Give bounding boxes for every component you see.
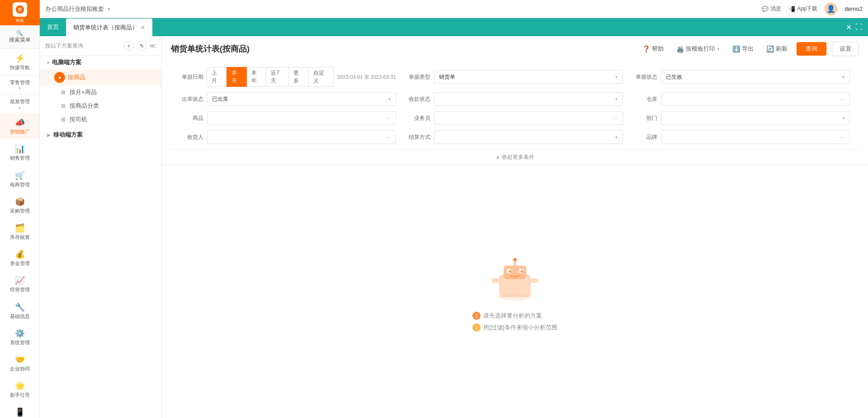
filter-doc-status: 单据状态 已生效 ▾ [634, 70, 850, 84]
message-btn[interactable]: 💬 消息 [762, 5, 781, 13]
doc-status-control[interactable]: 已生效 ▾ [661, 70, 850, 84]
warehouse-control[interactable]: ··· [661, 92, 850, 106]
payment-status-control[interactable]: ▾ [434, 92, 623, 106]
sidebar-search-item[interactable]: 🔍 搜索菜单 [0, 25, 39, 49]
filter-warehouse: 仓库 ··· [634, 92, 850, 106]
user-avatar[interactable]: 👤 [825, 3, 837, 15]
fullscreen-icon[interactable]: ⛶ [855, 23, 863, 32]
app-download-btn[interactable]: 📲 App下载 [788, 5, 817, 13]
date-tab-more[interactable]: 更多 [288, 67, 309, 87]
help-btn[interactable]: ❓ 帮助 [639, 43, 667, 55]
help-label: 帮助 [652, 45, 664, 53]
brand-control[interactable]: ··· [661, 130, 850, 144]
tree-item-by-month-product[interactable]: ⊞ 按月+商品 [40, 86, 161, 99]
sidebar-marketing[interactable]: 📣 营销推广 [0, 113, 39, 139]
date-tab-this-month[interactable]: 本月 [226, 67, 247, 87]
department-control[interactable]: ▾ [661, 111, 850, 125]
salesperson-dots[interactable]: ··· [613, 114, 618, 122]
finance-icon: 💰 [15, 249, 25, 259]
sidebar: 标版 🔍 搜索菜单 ⚡ 快捷导航 零售管理 ▾ 批发管理 ▴ 📣 营销推广 📊 … [0, 0, 40, 418]
topbar-left: 办公用品行业模拟账套 ▾ [45, 5, 110, 13]
tab-report[interactable]: 销货单统计表（按商品） ✕ [66, 19, 152, 37]
sidebar-inventory[interactable]: 🗂️ 库存核算 [0, 218, 39, 245]
export-btn[interactable]: ⬇️ 导出 [729, 43, 757, 55]
message-icon: 💬 [762, 6, 769, 12]
system-label: 系统管理 [10, 340, 30, 346]
settlement-control[interactable]: ▾ [434, 130, 623, 144]
tab-home[interactable]: 首页 [40, 18, 66, 36]
query-btn[interactable]: 查询 [797, 42, 826, 56]
receiver-dots[interactable]: ··· [386, 133, 391, 141]
collapse-panel-btn[interactable]: ≪ [149, 42, 156, 49]
quick-nav-label: 快捷导航 [10, 65, 30, 71]
add-scheme-btn[interactable]: + [124, 41, 134, 51]
brand-dots[interactable]: ··· [840, 133, 845, 141]
sidebar-sales[interactable]: 📊 销售管理 [0, 139, 39, 166]
edit-scheme-btn[interactable]: ✎ [137, 41, 146, 51]
tip-num-1: 1 [472, 312, 481, 320]
product-control[interactable]: ··· [207, 111, 396, 125]
tree-item-by-product-label: 按商品 [68, 73, 85, 81]
settings-btn[interactable]: 设置 [832, 42, 859, 56]
tip-text-1: 请先选择要分析的方案 [483, 312, 542, 320]
date-tabs: 上月 本月 本年 近7天 更多 自定义 2023-03-01 至 2023-03… [207, 67, 396, 87]
message-label: 消息 [770, 5, 781, 13]
date-tab-custom[interactable]: 自定义 [308, 67, 334, 87]
close-all-icon[interactable]: ✕ [846, 23, 852, 32]
warehouse-dots[interactable]: ··· [840, 95, 845, 103]
corp-coop-label: 企业协同 [10, 366, 30, 372]
tree-item-month-product-label: 按月+商品 [70, 88, 97, 96]
print-label: 按模板打印 [686, 45, 715, 53]
sidebar-wholesale-section[interactable]: 批发管理 ▴ [0, 94, 39, 113]
sidebar-ecommerce[interactable]: 🛒 电商管理 [0, 166, 39, 192]
tree-item-by-product[interactable]: ● 按商品 [40, 69, 161, 86]
finance-label: 资金管理 [10, 261, 30, 266]
wholesale-label: 批发管理 [10, 98, 30, 105]
doc-type-control[interactable]: 销货单 ▾ [434, 70, 623, 84]
tree-mobile-section[interactable]: ▶ 移动端方案 [40, 128, 161, 142]
sidebar-operation[interactable]: 📈 经营管理 [0, 271, 39, 297]
export-icon: ⬇️ [732, 45, 740, 52]
filter-row-4: 收货人 ··· 结算方式 ▾ [180, 130, 850, 144]
industry-dropdown-icon[interactable]: ▾ [108, 6, 110, 12]
settlement-arrow: ▾ [615, 134, 618, 140]
collapse-label: 收起更多条件 [502, 153, 534, 161]
sidebar-basic[interactable]: 🔧 基础信息 [0, 298, 39, 324]
product-dots[interactable]: ··· [386, 114, 391, 122]
sidebar-finance[interactable]: 💰 资金管理 [0, 245, 39, 271]
refresh-btn[interactable]: 🔄 刷新 [763, 43, 791, 55]
sidebar-system[interactable]: ⚙️ 系统管理 [0, 324, 39, 350]
print-icon: 🖨️ [676, 45, 684, 52]
sidebar-purchase[interactable]: 📦 采购管理 [0, 192, 39, 218]
refresh-label: 刷新 [776, 45, 788, 53]
sidebar-corp-coop[interactable]: 🤝 企业协同 [0, 350, 39, 376]
filter-department: 部门 ▾ [634, 111, 850, 125]
collapse-filter-btn[interactable]: ∧ 收起更多条件 [171, 149, 859, 165]
warehouse-status-label: 出库状态 [180, 95, 203, 103]
sidebar-nav: 🔍 搜索菜单 ⚡ 快捷导航 零售管理 ▾ 批发管理 ▴ 📣 营销推广 📊 销售管… [0, 25, 39, 418]
sidebar-retail-section[interactable]: 零售管理 ▾ [0, 75, 39, 94]
print-template-btn[interactable]: 🖨️ 按模板打印 ▾ [673, 43, 723, 55]
date-tab-this-year[interactable]: 本年 [246, 67, 267, 87]
filter-product: 商品 ··· [180, 111, 396, 125]
date-tab-last-month[interactable]: 上月 [207, 67, 227, 87]
sidebar-quick-nav[interactable]: ⚡ 快捷导航 [0, 49, 39, 75]
tab-close-icon[interactable]: ✕ [141, 24, 145, 31]
payment-status-label: 收款状态 [407, 95, 430, 103]
salesperson-control[interactable]: ··· [434, 111, 623, 125]
receiver-control[interactable]: ··· [207, 130, 396, 144]
tree-item-by-category[interactable]: ⊞ 按商品分类 [40, 99, 161, 113]
tree-mobile-label: 移动端方案 [53, 131, 83, 139]
sidebar-new-guide[interactable]: 🌟 新手引导 [0, 376, 39, 403]
sidebar-app-center[interactable]: 📱 应用中心 [0, 403, 39, 418]
main-content: 办公用品行业模拟账套 ▾ 💬 消息 📲 App下载 👤 demo2 首页 销货单… [40, 0, 868, 418]
warehouse-status-control[interactable]: 已出库 ▾ [207, 92, 396, 106]
app-download-icon: 📲 [788, 6, 795, 12]
warehouse-status-value: 已出库 [212, 95, 228, 103]
collapse-arrow-icon: ∧ [496, 154, 500, 161]
tree-desktop-section[interactable]: ▾ 电脑端方案 [40, 56, 161, 69]
sales-label: 销售管理 [10, 155, 30, 161]
left-panel: 按以下方案查询 + ✎ ≪ ▾ 电脑端方案 ● 按商品 [40, 36, 162, 418]
tree-item-by-cashier[interactable]: ⊞ 按司机 [40, 113, 161, 126]
date-tab-7days[interactable]: 近7天 [266, 67, 289, 87]
